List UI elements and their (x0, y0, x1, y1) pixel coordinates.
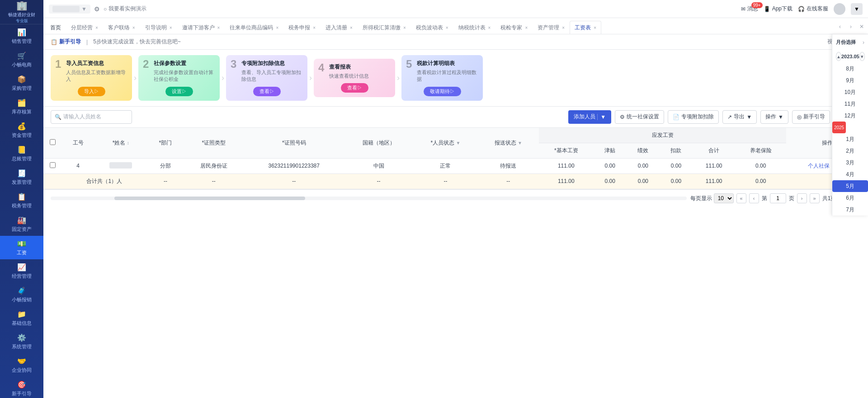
tab-invite[interactable]: 邀请下游客户× (177, 21, 225, 34)
month-item-7[interactable]: 7月 (832, 204, 868, 215)
tab-fen[interactable]: 分层经营× (66, 21, 103, 34)
month-item-4[interactable]: 4月 (832, 169, 868, 180)
tab-taxpay[interactable]: 所得税汇算清缴× (358, 21, 411, 34)
tab-close-invite[interactable]: × (217, 25, 220, 30)
tab-taxexempt[interactable]: 税负波动表× (411, 21, 453, 34)
sidebar-item-capital[interactable]: 💰 资金管理 (0, 118, 43, 142)
tab-close-taxexpert[interactable]: × (525, 25, 528, 30)
tab-close-all-button[interactable]: ✕ (857, 22, 866, 31)
month-item-8[interactable]: 8月 (832, 63, 868, 75)
prev-page-button[interactable]: ‹ (749, 193, 759, 203)
tab-assetmgmt[interactable]: 资产管理× (533, 21, 570, 34)
search-input[interactable]: 🔍 请输入人员姓名 (51, 110, 132, 124)
tab-prev-button[interactable]: ‹ (835, 22, 844, 31)
company-name (52, 6, 80, 12)
step-btn-5[interactable]: 敬请期待▷ (424, 87, 461, 96)
month-item-9[interactable]: 9月 (832, 75, 868, 86)
sidebar-item-ledger[interactable]: 📒 总账管理 (0, 142, 43, 165)
wizard-step-4: 4 查看报表 快速查看统计信息 查看▷ › (314, 59, 401, 97)
page-number-input[interactable] (770, 193, 786, 203)
tab-clearance[interactable]: 进入清册× (321, 21, 358, 34)
next-page-button[interactable]: › (797, 193, 807, 203)
month-item-11[interactable]: 11月 (832, 98, 868, 110)
sidebar-item-ecommerce[interactable]: 🛒 小畅电商 (0, 48, 43, 71)
personal-insurance-link[interactable]: 个人社保 (808, 163, 830, 169)
tab-close-fen[interactable]: × (95, 25, 98, 30)
step-btn-1[interactable]: 导入▷ (78, 87, 105, 96)
new-guide-button[interactable]: ◎ 新手引导 (792, 110, 830, 124)
month-item-12[interactable]: 12月 (832, 110, 868, 122)
tab-close-clearance[interactable]: × (350, 25, 353, 30)
sidebar-item-purchase[interactable]: 📦 采购管理 (0, 71, 43, 95)
status-filter-icon[interactable]: ▼ (456, 140, 460, 145)
sidebar-item-invoice[interactable]: 🧾 发票管理 (0, 165, 43, 189)
step-btn-3[interactable]: 查看▷ (253, 87, 281, 96)
tab-close-taxpay[interactable]: × (403, 25, 406, 30)
month-item-10[interactable]: 10月 (832, 86, 868, 98)
sidebar-item-collab[interactable]: 🤝 企业协同 (0, 353, 43, 377)
company-selector[interactable]: ▼ (49, 5, 90, 14)
th-base-salary: *基本工资 (539, 143, 594, 158)
tab-taxstat[interactable]: 纳税统计表× (453, 21, 496, 34)
horizontal-scrollbar[interactable] (51, 197, 687, 200)
per-page-select[interactable]: 102050 (714, 193, 734, 203)
step-btn-2[interactable]: 设置▷ (165, 87, 193, 96)
sidebar-item-sales[interactable]: 📊 销售管理 (0, 24, 43, 48)
tab-home[interactable]: 首页 (45, 21, 66, 34)
add-employee-button[interactable]: 添加人员 ▼ (568, 110, 611, 124)
sidebar-item-system[interactable]: ⚙️ 系统管理 (0, 330, 43, 353)
month-item-3[interactable]: 3月 (832, 157, 868, 169)
online-service-button[interactable]: 🎧 在线客服 (798, 5, 828, 13)
sidebar-item-assets[interactable]: 🏭 固定资产 (0, 212, 43, 236)
scrollbar-thumb[interactable] (114, 197, 305, 200)
sidebar-item-operations[interactable]: 📈 经营管理 (0, 259, 43, 283)
tab-supplier[interactable]: 往来单位商品编码× (225, 21, 283, 34)
tab-close-salary_tab[interactable]: × (594, 25, 596, 30)
operate-button[interactable]: 操作 ▼ (760, 110, 788, 124)
sidebar-item-basic[interactable]: 📁 基础信息 (0, 306, 43, 330)
add-dropdown-arrow[interactable]: ▼ (597, 114, 606, 120)
sidebar-item-marketing[interactable]: 🧳 小畅报销 (0, 283, 43, 306)
tab-taxreport[interactable]: 税务申报× (283, 21, 321, 34)
social-insurance-button[interactable]: ⚙ 统一社保设置 (615, 110, 664, 124)
month-item-1[interactable]: 1月 (832, 133, 868, 145)
tab-salary_tab[interactable]: 工资表× (570, 21, 601, 34)
settings-icon[interactable]: ⚙ (94, 5, 100, 13)
tab-close-taxstat[interactable]: × (488, 25, 491, 30)
row-checkbox[interactable] (50, 162, 56, 168)
tab-close-assetmgmt[interactable]: × (562, 25, 565, 30)
send-filter-icon[interactable]: ▼ (518, 140, 522, 145)
last-page-button[interactable]: » (810, 193, 820, 203)
step-btn-4[interactable]: 查看▷ (341, 83, 368, 93)
tab-close-taxexempt[interactable]: × (446, 25, 448, 30)
month-prev-button[interactable]: ▲ (836, 52, 841, 61)
tab-close-guide[interactable]: × (170, 25, 172, 30)
app-download-button[interactable]: 📱 App下载 (764, 5, 793, 13)
month-panel-collapse-icon[interactable]: › (863, 39, 864, 46)
month-item-2[interactable]: 2月 (832, 145, 868, 157)
sidebar-item-tax[interactable]: 📋 税务管理 (0, 189, 43, 212)
message-button[interactable]: ✉ 消息 99+ (741, 5, 758, 13)
month-item-5[interactable]: 5月 (832, 180, 868, 192)
tab-customer[interactable]: 客户联络× (103, 21, 140, 34)
special-deduction-button[interactable]: 📄 专项附加扣除 (668, 110, 719, 124)
tab-close-supplier[interactable]: × (276, 25, 278, 30)
name-sort-icon[interactable]: ↕ (127, 140, 129, 145)
month-next-button[interactable]: ▼ (859, 52, 865, 61)
tab-next-button[interactable]: › (846, 22, 855, 31)
tab-taxexpert[interactable]: 税检专家× (495, 21, 533, 34)
export-button[interactable]: ↗ 导出 ▼ (722, 110, 757, 124)
first-page-button[interactable]: « (736, 193, 746, 203)
sidebar-item-guide[interactable]: 🎯 新手引导 (0, 377, 43, 398)
demo-link[interactable]: ○ 我要看实例演示 (104, 5, 146, 13)
tab-close-taxreport[interactable]: × (313, 25, 316, 30)
user-menu-button[interactable]: ▼ (851, 3, 863, 15)
step-card-5: 5 税款计算明细表 查看税款计算过程及明细数据 敬请期待▷ (401, 55, 483, 101)
month-item-6[interactable]: 6月 (832, 192, 868, 204)
select-all-checkbox[interactable] (50, 139, 56, 145)
sidebar-item-salary[interactable]: 💵 工资 (0, 236, 43, 259)
tab-close-customer[interactable]: × (132, 25, 135, 30)
sidebar-item-inventory[interactable]: 🗂️ 库存核算 (0, 95, 43, 118)
tab-guide[interactable]: 引导说明× (140, 21, 177, 34)
user-avatar[interactable] (834, 3, 845, 15)
